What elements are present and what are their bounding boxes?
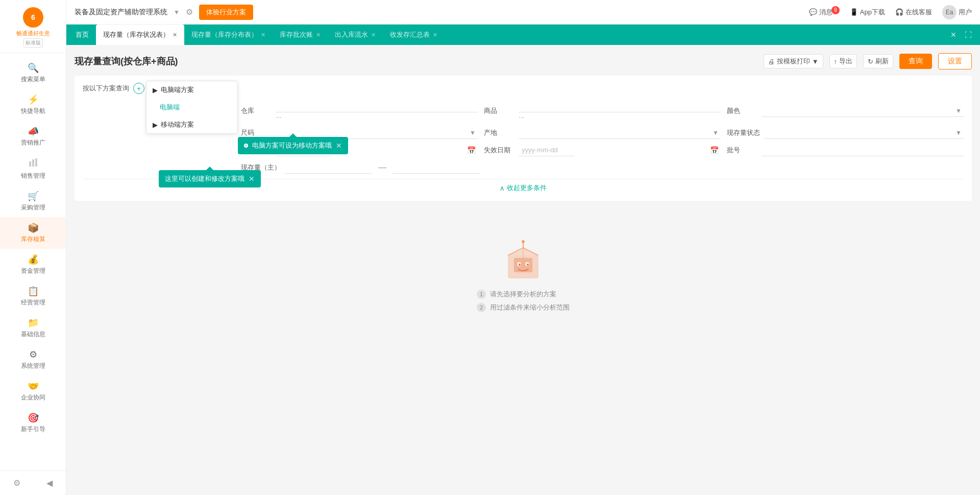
empty-illustration bbox=[498, 238, 549, 284]
sidebar-item-sales[interactable]: 销售管理 bbox=[0, 152, 66, 185]
tab-inventory-dist-close[interactable]: ✕ bbox=[261, 32, 265, 38]
refresh-icon: ↻ bbox=[868, 58, 873, 65]
message-btn[interactable]: 💬 消息 9 bbox=[809, 8, 840, 17]
scheme-list: ▶ 电脑端方案 电脑端 ▶ 移动端方案 bbox=[146, 81, 238, 134]
settings-bottom-btn[interactable]: ⚙ bbox=[11, 476, 22, 490]
industry-plan-btn[interactable]: 体验行业方案 bbox=[199, 5, 253, 20]
purchase-icon: 🛒 bbox=[28, 191, 39, 202]
filter-field-origin: 产地 ▼ bbox=[484, 127, 721, 139]
scheme-desktop-label: 电脑端方案 bbox=[161, 85, 194, 95]
scheme-desktop-group[interactable]: ▶ 电脑端方案 bbox=[146, 81, 237, 99]
scheme-mobile-label: 移动端方案 bbox=[161, 120, 194, 129]
range-dash: — bbox=[376, 163, 388, 172]
sidebar-item-guide[interactable]: 🎯 新手引导 bbox=[0, 407, 66, 439]
sidebar-item-label: 企业协同 bbox=[21, 393, 45, 402]
stock-qty-max[interactable] bbox=[393, 161, 480, 174]
warehouse-input[interactable] bbox=[276, 100, 478, 112]
tab-inventory-status-close[interactable]: ✕ bbox=[173, 32, 177, 38]
svg-rect-4 bbox=[35, 158, 37, 167]
guide-icon: 🎯 bbox=[28, 412, 39, 423]
warehouse-input-wrap: ··· bbox=[276, 100, 478, 122]
collapse-sidebar-btn[interactable]: ◀ bbox=[44, 476, 55, 490]
online-support-btn[interactable]: 🎧 在线客服 bbox=[895, 8, 932, 17]
logo-text: 畅通通好生意 bbox=[16, 30, 50, 37]
sidebar-logo: 6 畅通通好生意 标准版 bbox=[0, 0, 66, 53]
warehouse-label: 仓库 bbox=[241, 106, 272, 115]
refresh-btn[interactable]: ↻ 刷新 bbox=[863, 54, 893, 68]
operation-icon: 📋 bbox=[28, 286, 39, 297]
stock-qty-min[interactable] bbox=[285, 161, 372, 174]
app-download-btn[interactable]: 📱 App下载 bbox=[850, 8, 885, 17]
query-btn[interactable]: 查询 bbox=[899, 54, 932, 69]
refresh-label: 刷新 bbox=[875, 57, 889, 66]
sidebar-item-search[interactable]: 🔍 搜索菜单 bbox=[0, 57, 66, 89]
user-area[interactable]: Ea 用户 bbox=[942, 5, 972, 19]
export-icon: ↑ bbox=[834, 58, 838, 65]
tab-inout-flow-close[interactable]: ✕ bbox=[371, 32, 376, 38]
inventory-icon: 📦 bbox=[28, 222, 39, 233]
sidebar-item-purchase[interactable]: 🛒 采购管理 bbox=[0, 185, 66, 217]
export-btn[interactable]: ↑ 导出 bbox=[829, 54, 857, 68]
tab-home[interactable]: 首页 bbox=[68, 25, 96, 45]
tab-batch-account[interactable]: 库存批次账 ✕ bbox=[273, 25, 328, 45]
empty-tip-1: 1 请先选择要分析的方案 bbox=[477, 290, 570, 299]
size-label: 尺码 bbox=[241, 128, 272, 137]
color-label: 颜色 bbox=[727, 106, 757, 115]
tab-batch-account-close[interactable]: ✕ bbox=[316, 32, 321, 38]
online-support-label: 在线客服 bbox=[905, 8, 932, 17]
svg-rect-6 bbox=[514, 258, 532, 272]
sidebar-item-inventory[interactable]: 📦 库存核算 bbox=[0, 217, 66, 249]
topbar-settings-icon[interactable]: ⚙ bbox=[186, 7, 193, 17]
svg-point-12 bbox=[522, 240, 525, 243]
sidebar-item-base[interactable]: 📁 基础信息 bbox=[0, 312, 66, 344]
topbar-right: 💬 消息 9 📱 App下载 🎧 在线客服 Ea 用户 bbox=[809, 5, 972, 19]
sidebar-item-quicknav[interactable]: ⚡ 快捷导航 bbox=[0, 89, 66, 121]
goods-more-icon: ··· bbox=[519, 113, 525, 121]
origin-input[interactable] bbox=[519, 127, 721, 139]
topbar-left: 装备及固定资产辅助管理系统 ▼ ⚙ 体验行业方案 bbox=[75, 5, 253, 20]
filter-field-goods: 商品 ··· bbox=[484, 100, 721, 122]
sidebar-item-marketing[interactable]: 📣 营销推广 bbox=[0, 121, 66, 152]
tab-inout-flow-label: 出入库流水 bbox=[335, 30, 368, 39]
filter-row-1: 仓库 ··· 商品 ··· 颜色 bbox=[241, 100, 964, 122]
tab-inventory-status[interactable]: 现存量（库存状况表） ✕ bbox=[96, 25, 184, 45]
page-header: 现存量查询(按仓库+商品) 🖨 按模板打印 ▼ ↑ 导出 ↻ 刷新 查询 设置 bbox=[75, 53, 972, 69]
sidebar-item-system[interactable]: ⚙ 系统管理 bbox=[0, 344, 66, 375]
tabbar-close-btn[interactable]: ✕ bbox=[948, 30, 959, 40]
sidebar-item-operation[interactable]: 📋 经营管理 bbox=[0, 280, 66, 312]
tab-inventory-dist-label: 现存量（库存分布表） bbox=[191, 30, 258, 39]
calendar-icon-produce[interactable]: 📅 bbox=[467, 146, 476, 154]
marketing-icon: 📣 bbox=[28, 126, 39, 137]
tooltip2-close-btn[interactable]: ✕ bbox=[249, 175, 255, 183]
message-icon: 💬 bbox=[809, 8, 817, 16]
filter-field-expire-date: 失效日期 📅 bbox=[484, 144, 721, 156]
goods-input[interactable] bbox=[519, 100, 721, 112]
sidebar-item-label: 库存核算 bbox=[21, 235, 45, 244]
settings-query-btn[interactable]: 设置 bbox=[938, 53, 972, 69]
sidebar-item-label: 采购管理 bbox=[21, 203, 45, 212]
tab-inout-flow[interactable]: 出入库流水 ✕ bbox=[328, 25, 383, 45]
tip-num-1: 1 bbox=[477, 290, 486, 299]
tab-summary-close[interactable]: ✕ bbox=[433, 32, 437, 38]
svg-point-9 bbox=[519, 264, 521, 266]
batch-input[interactable] bbox=[762, 144, 964, 156]
sidebar-item-finance[interactable]: 💰 资金管理 bbox=[0, 249, 66, 280]
phone-icon: 📱 bbox=[850, 8, 858, 16]
page-actions: 🖨 按模板打印 ▼ ↑ 导出 ↻ 刷新 查询 设置 bbox=[764, 53, 972, 69]
svg-text:6: 6 bbox=[31, 13, 35, 21]
print-template-btn[interactable]: 🖨 按模板打印 ▼ bbox=[764, 54, 823, 68]
color-input[interactable] bbox=[762, 105, 964, 117]
tooltip1-close-btn[interactable]: ✕ bbox=[336, 142, 342, 150]
logo-icon: 6 bbox=[23, 7, 43, 28]
scheme-desktop-item[interactable]: 电脑端 bbox=[146, 99, 237, 116]
tab-summary[interactable]: 收发存汇总表 ✕ bbox=[383, 25, 445, 45]
scheme-mobile-group[interactable]: ▶ 移动端方案 bbox=[146, 116, 237, 133]
stock-status-input[interactable] bbox=[764, 127, 964, 139]
expire-date-start[interactable] bbox=[519, 144, 575, 156]
tab-inventory-dist[interactable]: 现存量（库存分布表） ✕ bbox=[184, 25, 273, 45]
tabbar-maximize-btn[interactable]: ⛶ bbox=[963, 30, 974, 40]
empty-tips: 1 请先选择要分析的方案 2 用过滤条件来缩小分析范围 bbox=[477, 290, 570, 312]
sidebar-item-enterprise[interactable]: 🤝 企业协同 bbox=[0, 375, 66, 407]
add-scheme-btn[interactable]: + bbox=[133, 83, 144, 94]
calendar-icon-expire[interactable]: 📅 bbox=[710, 146, 719, 154]
